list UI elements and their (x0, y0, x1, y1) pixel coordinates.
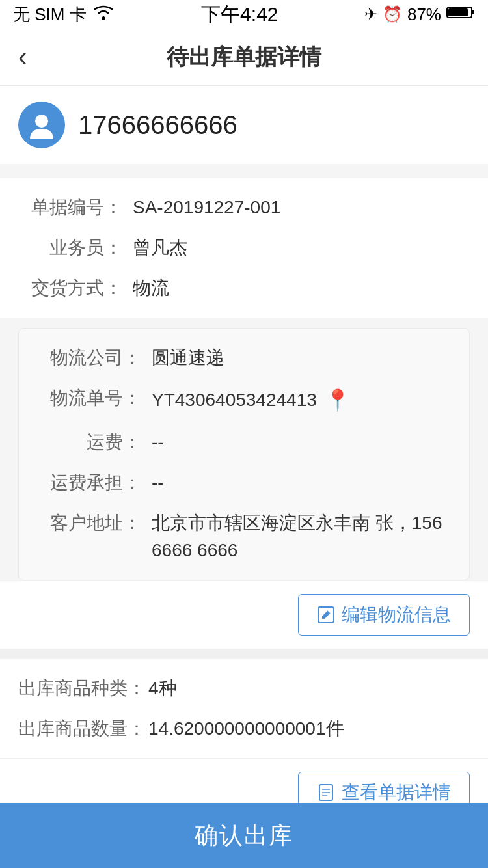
section-divider (0, 649, 488, 659)
status-right: ✈ ⏰ 87% (364, 5, 475, 25)
freight-bear-value: -- (141, 469, 451, 496)
salesman-row: 业务员： 曾凡杰 (18, 234, 470, 262)
time-text: 下午4:42 (201, 1, 278, 28)
battery-icon (446, 5, 475, 25)
svg-point-4 (35, 115, 48, 128)
document-icon (317, 783, 335, 802)
carrier-text: 无 SIM 卡 (13, 3, 87, 26)
logistics-company-label: 物流公司： (37, 344, 141, 372)
order-no-label: 单据编号： (18, 194, 122, 221)
freight-bear-label: 运费承担： (37, 469, 141, 496)
back-button[interactable]: ‹ (18, 42, 27, 72)
edit-icon (317, 606, 335, 624)
svg-rect-2 (472, 10, 474, 14)
order-no-value: SA-20191227-001 (122, 194, 470, 221)
alarm-icon: ⏰ (383, 5, 402, 23)
delivery-row: 交货方式： 物流 (18, 275, 470, 302)
delivery-value: 物流 (122, 275, 470, 302)
address-label: 客户地址： (37, 509, 141, 537)
page-title: 待出库单据详情 (167, 42, 321, 72)
confirm-outbound-button[interactable]: 确认出库 (195, 820, 293, 852)
address-value: 北京市市辖区海淀区永丰南 张，156 6666 6666 (141, 509, 451, 564)
customer-phone: 17666666666 (78, 111, 237, 140)
logistics-tracking-label: 物流单号： (37, 385, 141, 412)
freight-value: -- (141, 429, 451, 456)
salesman-label: 业务员： (18, 234, 122, 262)
logistics-tracking-value: YT43064053424413 📍 (141, 385, 451, 416)
goods-quantity-row: 出库商品数量： 14.620000000000001件 (18, 715, 470, 742)
location-pin-icon[interactable]: 📍 (325, 385, 351, 416)
confirm-btn-area: 确认出库 (0, 803, 488, 868)
logistics-company-value: 圆通速递 (141, 344, 451, 372)
goods-types-label: 出库商品种类： (18, 675, 148, 702)
goods-types-value: 4种 (148, 675, 470, 702)
edit-logistics-button[interactable]: 编辑物流信息 (298, 594, 470, 636)
battery-text: 87% (407, 5, 441, 25)
goods-section: 出库商品种类： 4种 出库商品数量： 14.620000000000001件 (0, 659, 488, 758)
goods-quantity-value: 14.620000000000001件 (148, 715, 470, 742)
order-info-section: 单据编号： SA-20191227-001 业务员： 曾凡杰 交货方式： 物流 (0, 178, 488, 318)
freight-bear-row: 运费承担： -- (37, 469, 451, 496)
goods-quantity-label: 出库商品数量： (18, 715, 148, 742)
dashed-separator (0, 164, 488, 168)
address-row: 客户地址： 北京市市辖区海淀区永丰南 张，156 6666 6666 (37, 509, 451, 564)
salesman-value: 曾凡杰 (122, 234, 470, 262)
order-no-row: 单据编号： SA-20191227-001 (18, 194, 470, 221)
logistics-company-row: 物流公司： 圆通速递 (37, 344, 451, 372)
customer-avatar (18, 102, 65, 148)
logistics-tracking-row: 物流单号： YT43064053424413 📍 (37, 385, 451, 416)
logistics-card: 物流公司： 圆通速递 物流单号： YT43064053424413 📍 运费： … (18, 328, 470, 580)
freight-row: 运费： -- (37, 429, 451, 456)
nav-bar: ‹ 待出库单据详情 (0, 29, 488, 86)
wifi-icon (92, 4, 115, 25)
edit-btn-container: 编辑物流信息 (0, 580, 488, 649)
customer-header: 17666666666 (0, 86, 488, 164)
status-bar: 无 SIM 卡 下午4:42 ✈ ⏰ 87% (0, 0, 488, 29)
svg-rect-3 (448, 8, 468, 16)
goods-types-row: 出库商品种类： 4种 (18, 675, 470, 702)
person-icon (27, 111, 56, 139)
freight-label: 运费： (37, 429, 141, 456)
location-icon: ✈ (364, 5, 377, 23)
delivery-label: 交货方式： (18, 275, 122, 302)
svg-point-0 (102, 16, 105, 20)
status-left: 无 SIM 卡 (13, 3, 115, 26)
